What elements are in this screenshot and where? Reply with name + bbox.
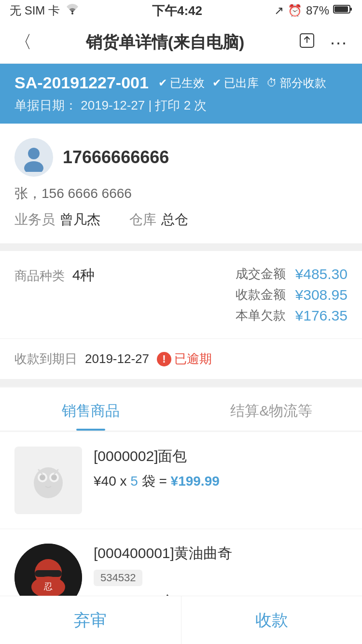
share-icon[interactable] xyxy=(298,32,316,53)
location-icon: ↗ xyxy=(274,4,284,17)
bottom-bar: 弃审 收款 xyxy=(0,596,362,644)
sales-label: 业务员 xyxy=(14,210,55,229)
nav-bar: 〈 销货单详情(来自电脑) ··· xyxy=(0,21,362,64)
sim-label: 无 SIM 卡 xyxy=(10,3,60,18)
svg-rect-3 xyxy=(334,6,348,12)
status-shipped: ✔ 已出库 xyxy=(212,75,259,91)
print-info: | 打印 2 次 xyxy=(148,98,207,112)
overdue-badge: ! 已逾期 xyxy=(157,350,212,367)
stats-left: 商品种类 4种 xyxy=(14,266,95,285)
receipt-amount: 收款金额 ¥308.95 xyxy=(236,286,348,303)
product-price-1: ¥40 x 5 袋 = ¥199.99 xyxy=(94,472,348,490)
customer-name-phone: 张，156 6666 6666 xyxy=(14,184,348,203)
order-date: 2019-12-27 xyxy=(81,98,145,112)
stats-row: 商品种类 4种 成交金额 ¥485.30 收款金额 ¥308.95 本单欠款 ¥… xyxy=(14,266,348,324)
tab-sales-products[interactable]: 销售商品 xyxy=(0,388,181,431)
deal-label: 成交金额 xyxy=(236,266,286,282)
warehouse-name: 总仓 xyxy=(161,210,188,229)
customer-meta: 业务员 曾凡杰 仓库 总仓 xyxy=(14,210,348,229)
svg-point-11 xyxy=(51,475,57,480)
warehouse-info: 仓库 总仓 xyxy=(129,210,188,229)
overdue-icon: ! xyxy=(157,352,171,366)
status-badges: ✔ 已生效 ✔ 已出库 ⏱ 部分收款 xyxy=(158,75,326,91)
back-button[interactable]: 〈 xyxy=(14,30,32,54)
svg-point-7 xyxy=(34,467,63,498)
check-icon-1: ✔ xyxy=(158,77,167,89)
more-icon[interactable]: ··· xyxy=(330,32,348,53)
divider-2 xyxy=(0,379,362,387)
product-qty-1: 5 xyxy=(130,474,138,489)
status-right: ↗ ⏰ 87% xyxy=(274,4,352,17)
order-id: SA-20191227-001 xyxy=(14,73,149,92)
svg-rect-2 xyxy=(350,8,352,11)
customer-section: 17666666666 张，156 6666 6666 业务员 曾凡杰 仓库 总… xyxy=(0,124,362,243)
category-label: 商品种类 xyxy=(14,268,65,283)
debt-value: ¥176.35 xyxy=(295,308,348,324)
customer-top: 17666666666 xyxy=(14,138,348,177)
svg-point-5 xyxy=(28,148,40,159)
order-header: SA-20191227-001 ✔ 已生效 ✔ 已出库 ⏱ 部分收款 单据日期：… xyxy=(0,64,362,124)
date-label: 单据日期： xyxy=(14,98,77,112)
product-total-1: ¥199.99 xyxy=(171,474,220,489)
svg-rect-14 xyxy=(35,570,62,577)
svg-point-10 xyxy=(40,475,45,480)
wifi-icon xyxy=(65,4,80,17)
status-effective: ✔ 已生效 xyxy=(158,75,205,91)
product-thumb-1 xyxy=(14,447,82,514)
cancel-button[interactable]: 弃审 xyxy=(0,596,181,644)
deal-value: ¥485.30 xyxy=(295,266,348,282)
confirm-button[interactable]: 收款 xyxy=(181,596,362,644)
clock-icon: ⏱ xyxy=(266,77,277,89)
category-count: 4种 xyxy=(72,267,95,283)
nav-actions: ··· xyxy=(298,32,348,53)
svg-text:忍: 忍 xyxy=(43,582,53,591)
customer-avatar xyxy=(14,138,53,177)
deal-amount: 成交金额 ¥485.30 xyxy=(236,266,348,282)
divider-1 xyxy=(0,243,362,251)
status-bar: 无 SIM 卡 下午4:42 ↗ ⏰ 87% xyxy=(0,0,362,21)
battery-icon xyxy=(333,4,352,17)
sales-name: 曾凡杰 xyxy=(60,210,100,229)
product-name-1: [0000002]面包 xyxy=(94,447,348,466)
status-left: 无 SIM 卡 xyxy=(10,3,80,18)
stats-section: 商品种类 4种 成交金额 ¥485.30 收款金额 ¥308.95 本单欠款 ¥… xyxy=(0,251,362,338)
due-date: 2019-12-27 xyxy=(85,351,149,366)
status-partial: ⏱ 部分收款 xyxy=(266,75,326,91)
order-date-row: 单据日期： 2019-12-27 | 打印 2 次 xyxy=(14,97,348,114)
receipt-label: 收款金额 xyxy=(236,286,286,303)
tabs: 销售商品 结算&物流等 xyxy=(0,388,362,431)
alarm-icon: ⏰ xyxy=(288,4,302,17)
product-name-2: [000400001]黄油曲奇 xyxy=(94,544,348,563)
due-section: 收款到期日 2019-12-27 ! 已逾期 xyxy=(0,338,362,379)
product-sku-2: 534532 xyxy=(94,570,142,586)
customer-phone: 17666666666 xyxy=(63,147,169,168)
stats-right: 成交金额 ¥485.30 收款金额 ¥308.95 本单欠款 ¥176.35 xyxy=(236,266,348,324)
debt-label: 本单欠款 xyxy=(236,307,286,324)
status-time: 下午4:42 xyxy=(152,2,202,19)
battery-level: 87% xyxy=(306,4,329,17)
svg-point-0 xyxy=(71,13,73,14)
product-item-1: [0000002]面包 ¥40 x 5 袋 = ¥199.99 xyxy=(0,432,362,529)
check-icon-2: ✔ xyxy=(212,77,221,89)
warehouse-label: 仓库 xyxy=(129,210,156,229)
page-title: 销货单详情(来自电脑) xyxy=(86,31,245,54)
due-label: 收款到期日 xyxy=(14,350,77,367)
sales-info: 业务员 曾凡杰 xyxy=(14,210,100,229)
receipt-value: ¥308.95 xyxy=(295,287,348,303)
product-info-1: [0000002]面包 ¥40 x 5 袋 = ¥199.99 xyxy=(94,447,348,490)
overdue-text: 已逾期 xyxy=(174,350,212,367)
tab-settlement[interactable]: 结算&物流等 xyxy=(181,388,362,431)
svg-point-6 xyxy=(24,161,43,172)
debt-amount: 本单欠款 ¥176.35 xyxy=(236,307,348,324)
